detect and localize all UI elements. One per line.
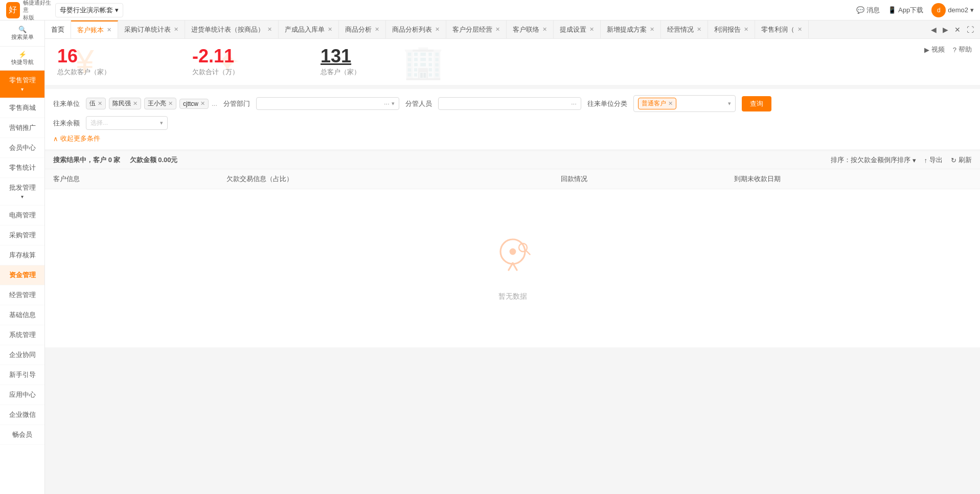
sidebar-search[interactable]: 🔍 搜索菜单 <box>0 20 44 47</box>
tab-product-analysis-list[interactable]: 商品分析列表 ✕ <box>386 20 446 39</box>
sidebar-item-enterprise-wechat[interactable]: 企业微信 <box>0 405 44 425</box>
tab-retail-profit[interactable]: 零售利润（ ✕ <box>755 20 809 39</box>
app-download-button[interactable]: 📱 App下载 <box>888 6 923 15</box>
tab-maximize-button[interactable]: ⛶ <box>965 25 976 35</box>
col-due-date: 到期未收款日期 <box>726 169 980 189</box>
tab-customer-segment[interactable]: 客户分层经营 ✕ <box>446 20 507 39</box>
tab-close-customer-contact[interactable]: ✕ <box>542 26 547 33</box>
search-result-actions: 排序：按欠款金额倒序排序 ▾ ↑ 导出 ↻ 刷新 <box>831 155 972 165</box>
filter-section: 往来单位 伍 ✕ 陈民强 ✕ 王小亮 ✕ <box>45 89 980 149</box>
sidebar-item-wholesale-mgmt[interactable]: 批发管理 ▾ <box>0 178 44 206</box>
filter-tag-close-1[interactable]: ✕ <box>98 100 102 107</box>
filter-tag-2[interactable]: 陈民强 ✕ <box>109 98 141 109</box>
tab-product-analysis[interactable]: 商品分析 ✕ <box>339 20 386 39</box>
store-selector[interactable]: 母婴行业演示帐套 ▾ <box>55 3 123 17</box>
unit-category-tag[interactable]: 普通客户 ✕ <box>638 98 676 109</box>
message-button[interactable]: 💬 消息 <box>856 6 880 15</box>
tab-purchase-order-stats[interactable]: 采购订单统计表 ✕ <box>118 20 185 39</box>
branch-person-dropdown[interactable]: ··· <box>438 97 581 110</box>
tab-prev-button[interactable]: ◀ <box>929 25 939 35</box>
unit-category-arrow: ▾ <box>728 100 731 107</box>
branch-person-label: 分管人员 <box>405 99 432 108</box>
sidebar-item-enterprise-collab[interactable]: 企业协同 <box>0 345 44 365</box>
sidebar-item-retail-mgmt[interactable]: 零售管理 ▾ <box>0 71 44 98</box>
chevron-up-icon: ∧ <box>53 135 58 143</box>
tab-close-promo-settings[interactable]: ✕ <box>589 26 594 33</box>
branch-dept-dropdown[interactable]: ··· ▾ <box>256 97 399 110</box>
filter-tag-close-2[interactable]: ✕ <box>133 100 138 107</box>
tab-close-product-inbound[interactable]: ✕ <box>328 26 332 33</box>
tab-operations-status[interactable]: 经营情况 ✕ <box>661 20 708 39</box>
tab-bar: 首页 客户账本 ✕ 采购订单统计表 ✕ 进货单统计表（按商品） ✕ 产成品入库单… <box>45 20 980 39</box>
tab-close-profit-report[interactable]: ✕ <box>744 26 748 33</box>
tab-inbound-stats[interactable]: 进货单统计表（按商品） ✕ <box>185 20 279 39</box>
sidebar-item-inventory[interactable]: 库存核算 <box>0 245 44 265</box>
user-profile[interactable]: d demo2 ▾ <box>931 3 974 17</box>
sidebar-item-retail-mall[interactable]: 零售商城 <box>0 98 44 118</box>
avatar: d <box>931 3 946 17</box>
branch-dept-dots[interactable]: ··· <box>384 100 390 107</box>
remainder-select[interactable]: 选择... ▾ <box>86 116 168 130</box>
sidebar-item-capital-mgmt[interactable]: 资金管理 <box>0 265 44 285</box>
refresh-button[interactable]: ↻ 刷新 <box>951 155 972 165</box>
sidebar-item-ecommerce-mgmt[interactable]: 电商管理 <box>0 206 44 226</box>
tab-close-retail-profit[interactable]: ✕ <box>797 26 802 33</box>
unit-category-tag-close[interactable]: ✕ <box>668 100 673 107</box>
branch-person-dots[interactable]: ··· <box>571 100 577 107</box>
tab-promo-settings[interactable]: 提成设置 ✕ <box>554 20 601 39</box>
tab-customer-contact[interactable]: 客户联络 ✕ <box>507 20 554 39</box>
tab-close-inbound[interactable]: ✕ <box>267 26 272 33</box>
filter-more-tags[interactable]: ... <box>212 100 217 107</box>
unit-category-dropdown[interactable]: 普通客户 ✕ ▾ <box>633 95 736 112</box>
filter-tags: 伍 ✕ 陈民强 ✕ 王小亮 ✕ cjttcw ✕ <box>86 98 217 109</box>
tab-bar-controls: ◀ ▶ ✕ ⛶ <box>925 25 980 35</box>
tab-close-product-analysis[interactable]: ✕ <box>375 26 379 33</box>
chevron-down-icon: ▾ <box>115 6 119 14</box>
top-bar-left: 好 畅捷通好生意 标版 母婴行业演示帐套 ▾ <box>6 0 123 21</box>
chevron-down-icon-user: ▾ <box>970 6 974 14</box>
tab-product-inbound[interactable]: 产成品入库单 ✕ <box>279 20 339 39</box>
lightning-icon: ⚡ <box>18 51 27 58</box>
sidebar-item-app-center[interactable]: 应用中心 <box>0 385 44 405</box>
tab-close-customer-book[interactable]: ✕ <box>107 27 111 33</box>
filter-tag-3[interactable]: 王小亮 ✕ <box>144 98 176 109</box>
logo-text: 畅捷通好生意 标版 <box>23 0 51 21</box>
tab-profit-report[interactable]: 利润报告 ✕ <box>708 20 755 39</box>
refresh-icon: ↻ <box>951 156 956 164</box>
tab-close-new-promo[interactable]: ✕ <box>650 26 654 33</box>
sidebar-item-purchase-mgmt[interactable]: 采购管理 <box>0 226 44 245</box>
filter-tag-close-3[interactable]: ✕ <box>168 100 173 107</box>
tab-new-promo[interactable]: 新增提成方案 ✕ <box>601 20 661 39</box>
tab-close-all-button[interactable]: ✕ <box>952 25 963 35</box>
sidebar-item-system-mgmt[interactable]: 系统管理 <box>0 325 44 345</box>
help-button[interactable]: ? 帮助 <box>953 45 972 54</box>
tab-close-purchase-order[interactable]: ✕ <box>174 26 178 33</box>
stats-section: ¥ 16 总欠款客户（家） ✦ -2.11 欠款合计（万） 🏢 131 总客户（… <box>45 39 980 85</box>
tab-home[interactable]: 首页 <box>45 20 71 39</box>
table-container: 客户信息 欠款交易信息（占比） 回款情况 到期未收款日期 <box>45 169 980 348</box>
sidebar-item-marketing[interactable]: 营销推广 <box>0 118 44 138</box>
tab-close-product-analysis-list[interactable]: ✕ <box>435 26 440 33</box>
export-button[interactable]: ↑ 导出 <box>924 155 943 165</box>
sidebar-item-operations-mgmt[interactable]: 经营管理 <box>0 285 44 305</box>
sidebar-item-retail-stats[interactable]: 零售统计 <box>0 158 44 178</box>
top-bar-right: 💬 消息 📱 App下载 d demo2 ▾ <box>856 3 974 17</box>
video-button[interactable]: ▶ 视频 <box>924 45 945 54</box>
sort-select[interactable]: 排序：按欠款金额倒序排序 ▾ <box>831 155 916 165</box>
collapse-button[interactable]: ∧ 收起更多条件 <box>53 134 972 143</box>
stat-value-debit-amount: -2.11 <box>192 47 234 65</box>
tab-close-customer-segment[interactable]: ✕ <box>495 26 500 33</box>
sidebar-quick-nav[interactable]: ⚡ 快捷导航 <box>0 47 44 71</box>
sidebar-item-pro-member[interactable]: 畅会员 <box>0 425 44 445</box>
query-button[interactable]: 查询 <box>742 96 771 111</box>
filter-tag-4[interactable]: cjttcw ✕ <box>179 99 209 109</box>
tab-close-operations-status[interactable]: ✕ <box>697 26 701 33</box>
filter-tag-1[interactable]: 伍 ✕ <box>86 98 106 109</box>
sidebar-item-basic-info[interactable]: 基础信息 <box>0 305 44 325</box>
sidebar-item-member-center[interactable]: 会员中心 <box>0 138 44 158</box>
filter-tag-close-4[interactable]: ✕ <box>200 100 205 107</box>
tab-next-button[interactable]: ▶ <box>941 25 950 35</box>
tab-customer-book[interactable]: 客户账本 ✕ <box>71 20 118 39</box>
sidebar-item-new-guide[interactable]: 新手引导 <box>0 365 44 385</box>
stat-deco-3: 🏢 <box>403 43 444 81</box>
